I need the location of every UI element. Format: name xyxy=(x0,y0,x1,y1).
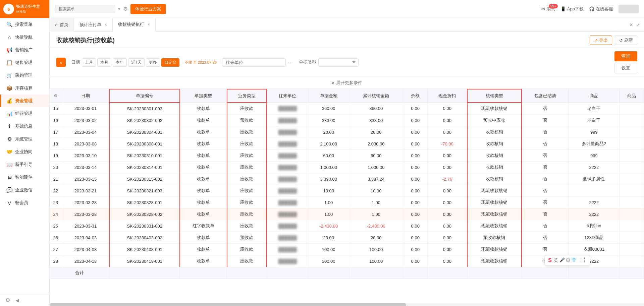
cell-date: 2023-03-31 xyxy=(62,220,109,232)
voucher-no-link[interactable]: SK-20230310-001 xyxy=(127,153,162,158)
sidebar-item-inventory[interactable]: 📦 库存核算 xyxy=(0,82,49,95)
sidebar-item-member[interactable]: V 畅会员 xyxy=(0,196,49,209)
sidebar-item-finance[interactable]: 💰 资金管理 xyxy=(0,95,49,107)
cell-include-settled: 否 xyxy=(522,150,569,162)
sidebar-item-sales[interactable]: 📋 销售管理 xyxy=(0,56,49,69)
partner-input[interactable] xyxy=(222,58,286,67)
col-total-cancel-header: 累计核销金额 xyxy=(349,89,403,103)
cell-cash-discount: 0.00 xyxy=(428,244,467,255)
voucher-type-select[interactable]: 收款单 红字收款单 xyxy=(318,58,359,67)
tab-prepay[interactable]: 预计应付单 × xyxy=(74,18,113,32)
cell-seq: 25 xyxy=(50,220,62,232)
col-settings-icon[interactable]: ⚙ xyxy=(50,89,62,103)
dropdown-icon[interactable]: ▾ xyxy=(118,6,120,11)
sidebar-item-search[interactable]: 🔍 搜索菜单 xyxy=(0,18,49,31)
scrollbar-hint[interactable] xyxy=(50,303,644,306)
sidebar-collapse-icon[interactable]: ◀ xyxy=(15,298,19,303)
sidebar-item-guide[interactable]: 📖 新手引导 xyxy=(0,158,49,171)
cell-total-cancel: 20.00 xyxy=(349,126,403,138)
voucher-no-link[interactable]: SK-20230302-002 xyxy=(127,118,162,123)
tab-close-all[interactable]: ✕ xyxy=(629,22,633,27)
table-row[interactable]: 21 2023-03-15 SK-20230315-002 收款单 应收款 ██… xyxy=(50,173,644,185)
voucher-no-link[interactable]: SK-20230315-002 xyxy=(127,177,162,182)
sidebar-settings-icon[interactable]: ⚙ xyxy=(5,297,10,303)
cell-goods: 123D商品 xyxy=(569,232,619,244)
voucher-no-link[interactable]: SK-20230308-001 xyxy=(127,141,162,146)
voucher-no-link[interactable]: SK-20230408-001 xyxy=(127,247,162,252)
date-prev-month[interactable]: 上月 xyxy=(82,58,96,67)
gear-icon[interactable]: ⚙ xyxy=(123,6,128,12)
message-button[interactable]: ✉ 消息 99+ xyxy=(541,6,555,12)
tab-active-close[interactable]: × xyxy=(148,22,150,27)
search-input[interactable] xyxy=(55,5,115,13)
date-this-month[interactable]: 本月 xyxy=(97,58,111,67)
sidebar-item-quick-nav[interactable]: ⌂ 快捷导航 xyxy=(0,31,49,44)
voucher-no-link[interactable]: SK-20230418-001 xyxy=(127,259,162,264)
table-row[interactable]: 15 2023-03-01 SK-20230301-002 收款单 应收款 ██… xyxy=(50,103,644,115)
topbar-left: ▾ ⚙ 体验行业方案 xyxy=(55,4,537,14)
expand-more-button[interactable]: ∨ 展开更多条件 xyxy=(56,78,637,87)
sidebar-item-marketing[interactable]: 📢 营销推广 xyxy=(0,44,49,56)
sidebar-item-wechat[interactable]: 💬 企业微信 xyxy=(0,184,49,196)
cell-goods2 xyxy=(620,255,644,267)
cell-seq: 18 xyxy=(50,138,62,150)
voucher-no-link[interactable]: SK-20230331-002 xyxy=(127,224,162,229)
filter-toggle-button[interactable]: » xyxy=(56,58,66,67)
sidebar-item-ops[interactable]: 📊 经营管理 xyxy=(0,107,49,120)
cell-cancel-type: 现流收款核销 xyxy=(467,185,522,197)
online-service-button[interactable]: 🎧 在线客服 xyxy=(589,6,613,12)
table-row[interactable]: 23 2023-03-28 SK-20230328-001 收款单 应收款 ██… xyxy=(50,197,644,208)
query-button[interactable]: 查询 xyxy=(614,51,637,61)
table-row[interactable]: 26 2023-04-03 SK-20230403-002 收款单 预收款 ██… xyxy=(50,232,644,244)
scrollbar-thumb[interactable] xyxy=(50,303,406,306)
table-row[interactable]: 18 2023-03-08 SK-20230308-001 收款单 应收款 ██… xyxy=(50,138,644,150)
date-this-year[interactable]: 本年 xyxy=(113,58,127,67)
voucher-no-link[interactable]: SK-20230304-001 xyxy=(127,130,162,135)
voucher-no-link[interactable]: SK-20230328-001 xyxy=(127,200,162,205)
tab-prepay-close[interactable]: × xyxy=(105,22,107,27)
sidebar-item-hardware[interactable]: 🖥 智能硬件 xyxy=(0,171,49,184)
partner-value: ██████ xyxy=(278,235,297,240)
sidebar-item-collab[interactable]: 🤝 企业协同 xyxy=(0,145,49,158)
settings-button[interactable]: 设置 xyxy=(614,63,637,73)
sidebar-label-hardware: 智能硬件 xyxy=(15,174,33,180)
cell-seq: 16 xyxy=(50,115,62,126)
table-row[interactable]: 24 2023-03-28 SK-20230328-002 收款单 应收款 ██… xyxy=(50,208,644,220)
voucher-no-link[interactable]: SK-20230321-003 xyxy=(127,188,162,193)
tab-active[interactable]: 收款核销执行 × xyxy=(113,18,156,32)
app-download-button[interactable]: 📱 App下载 xyxy=(560,6,584,12)
export-button[interactable]: ↗ 导出 xyxy=(590,36,612,45)
date-custom[interactable]: 自定义 xyxy=(161,58,179,67)
table-row[interactable]: 16 2023-03-02 SK-20230302-002 收款单 预收款 ██… xyxy=(50,115,644,126)
cell-goods: 999 xyxy=(569,126,619,138)
sidebar-label-collab: 企业协同 xyxy=(15,149,33,155)
voucher-no-link[interactable]: SK-20230328-002 xyxy=(127,212,162,217)
cell-partner: ██████ xyxy=(267,115,308,126)
table-row[interactable]: 25 2023-03-31 SK-20230331-002 红字收款单 应收款 … xyxy=(50,220,644,232)
voucher-no-link[interactable]: SK-20230301-002 xyxy=(127,106,162,111)
table-row[interactable]: 17 2023-03-04 SK-20230304-001 收款单 应收款 ██… xyxy=(50,126,644,138)
user-avatar[interactable] xyxy=(619,5,639,13)
table-row[interactable]: 22 2023-03-21 SK-20230321-003 收款单 应收款 ██… xyxy=(50,185,644,197)
date-more[interactable]: 更多 xyxy=(146,58,160,67)
tab-maximize[interactable]: ⤢ xyxy=(636,22,640,27)
table-row[interactable]: 27 2023-04-08 SK-20230408-001 收款单 应收款 ██… xyxy=(50,244,644,255)
table-row[interactable]: 20 2023-03-14 SK-20230314-001 收款单 应收款 ██… xyxy=(50,162,644,173)
sidebar-item-purchase[interactable]: 🛒 采购管理 xyxy=(0,69,49,82)
cell-date: 2023-04-03 xyxy=(62,232,109,244)
cell-include-settled: 否 xyxy=(522,208,569,220)
table-row[interactable]: 19 2023-03-10 SK-20230310-001 收款单 应收款 ██… xyxy=(50,150,644,162)
cell-balance: 0.00 xyxy=(403,115,428,126)
tab-home[interactable]: ⌂ 首页 xyxy=(50,18,74,32)
sidebar-item-basic[interactable]: ℹ 基础信息 xyxy=(0,120,49,133)
cell-voucher-type: 收款单 xyxy=(180,197,227,208)
total-voucher-type xyxy=(180,267,227,279)
solution-button[interactable]: 体验行业方案 xyxy=(130,4,166,14)
brand-en-label: 英 xyxy=(554,257,558,263)
voucher-no-link[interactable]: SK-20230403-002 xyxy=(127,235,162,240)
date-7days[interactable]: 近7天 xyxy=(128,58,145,67)
refresh-button[interactable]: ↺ 刷新 xyxy=(615,36,637,45)
voucher-no-link[interactable]: SK-20230314-001 xyxy=(127,165,162,170)
partner-more-icon[interactable]: ··· xyxy=(288,60,293,65)
sidebar-item-system[interactable]: ⚙ 系统管理 xyxy=(0,133,49,145)
